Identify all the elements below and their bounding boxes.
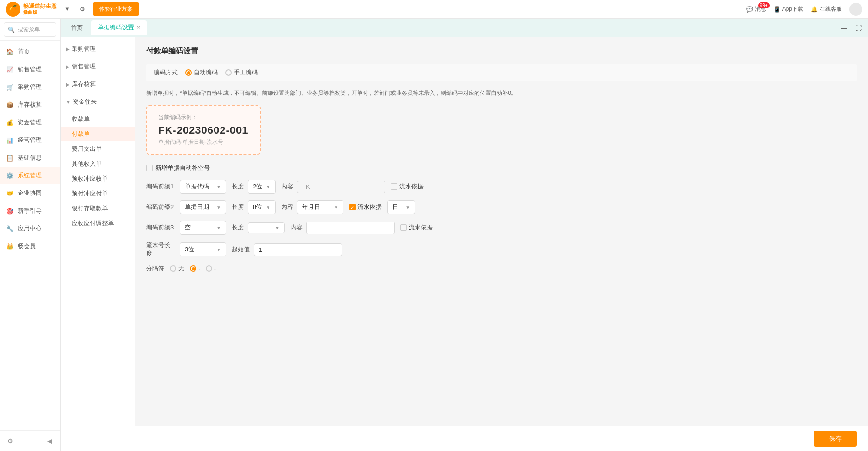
sidebar-item-guide[interactable]: 🎯 新手引导 — [0, 202, 60, 220]
sidebar-item-sales[interactable]: 📈 销售管理 — [0, 61, 60, 78]
sep-dash-option[interactable]: - — [206, 265, 216, 272]
topbar-settings-icon[interactable]: ⚙ — [76, 3, 89, 16]
chevron-right-icon2: ▶ — [66, 64, 70, 69]
prefix3-select[interactable]: 空 ▼ — [180, 221, 226, 235]
sidebar-item-purchase[interactable]: 🛒 采购管理 — [0, 78, 60, 96]
left-nav-receipt[interactable]: 收款单 — [61, 112, 135, 127]
serial3-checkbox[interactable] — [400, 224, 407, 231]
prefix1-content-group: 内容 — [281, 181, 385, 193]
prefix1-select[interactable]: 单据代码 ▼ — [180, 180, 226, 194]
page-content: ▶ 采购管理 ▶ 销售管理 ▶ 库存核算 — [61, 37, 868, 426]
left-nav-capital-title[interactable]: ▼ 资金往来 — [61, 94, 135, 110]
inventory-icon: 📦 — [6, 101, 14, 109]
form-area: 付款单编码设置 编码方式 自动编码 手工编码 新增单据时，*单据编码*自动生成，… — [135, 37, 868, 426]
content2-select[interactable]: 年月日 ▼ — [297, 200, 343, 214]
tab-maximize-icon[interactable]: ⛶ — [853, 22, 864, 34]
tab-close-icon[interactable]: × — [137, 24, 140, 31]
sidebar-item-inventory[interactable]: 📦 库存核算 — [0, 96, 60, 114]
experience-btn[interactable]: 体验行业方案 — [93, 2, 139, 16]
prefix2-chevron: ▼ — [216, 205, 221, 210]
save-button[interactable]: 保存 — [814, 431, 857, 447]
topbar-dropdown[interactable]: ▼ — [61, 4, 74, 14]
left-nav-purchase-title[interactable]: ▶ 采购管理 — [61, 41, 135, 57]
manual-encode-radio[interactable] — [225, 69, 232, 76]
online-service-btn[interactable]: 🔔 在线客服 — [811, 5, 842, 13]
main-layout: 🔍 搜索菜单 🏠 首页 📈 销售管理 🛒 采购管理 📦 库存核算 💰 — [0, 19, 868, 451]
sep-none-radio[interactable] — [170, 265, 176, 272]
left-nav-sales-title[interactable]: ▶ 销售管理 — [61, 59, 135, 74]
prefix2-label: 编码前缀2 — [146, 203, 174, 211]
sep-none-option[interactable]: 无 — [170, 264, 184, 273]
left-nav-expense[interactable]: 费用支出单 — [61, 141, 135, 156]
serial1-checkbox[interactable] — [391, 183, 397, 190]
auto-encode-radio[interactable] — [185, 69, 192, 76]
prefix3-row: 编码前缀3 空 ▼ 长度 ▼ 内容 — [146, 221, 857, 235]
left-nav-ar-ap-adjust[interactable]: 应收应付调整单 — [61, 216, 135, 231]
logo-text: 畅通道好生意 插曲版 — [23, 3, 57, 15]
serial-length-chevron: ▼ — [216, 247, 221, 252]
sep-dash-radio[interactable] — [206, 265, 212, 272]
start-value-group: 起始值 — [232, 243, 342, 256]
left-nav-inventory-title[interactable]: ▶ 库存核算 — [61, 76, 135, 92]
serial2-checkbox[interactable]: ✓ — [349, 204, 356, 210]
logo: 🍊 畅通道好生意 插曲版 — [6, 2, 57, 17]
sep-dot-option[interactable]: · — [190, 265, 200, 272]
serial-length-select[interactable]: 3位 ▼ — [180, 242, 226, 256]
tab-encode-settings[interactable]: 单据编码设置 × — [91, 20, 147, 35]
auto-encode-option[interactable]: 自动编码 — [185, 68, 218, 77]
left-nav-sales: ▶ 销售管理 — [61, 59, 135, 74]
sidebar-collapse-btn[interactable]: ◀ — [43, 434, 56, 447]
encode-mode-row: 编码方式 自动编码 手工编码 — [146, 64, 857, 81]
sidebar-item-finance[interactable]: 💰 资金管理 — [0, 114, 60, 131]
left-nav-prepay-receivable[interactable]: 预收冲应收单 — [61, 171, 135, 186]
left-nav-payment[interactable]: 付款单 — [61, 127, 135, 141]
serial2-unit-select[interactable]: 日 ▼ — [387, 200, 415, 214]
user-avatar[interactable] — [849, 3, 862, 16]
prefix1-length-group: 长度 2位 ▼ — [232, 180, 276, 194]
sidebar-footer: ⚙ ◀ — [0, 430, 60, 451]
content3-input[interactable] — [306, 222, 395, 234]
start-value-input[interactable] — [254, 243, 342, 256]
length3-chevron: ▼ — [275, 225, 280, 230]
search-menu-btn[interactable]: 🔍 搜索菜单 — [4, 22, 56, 37]
code-example-title: 当前编码示例： — [158, 114, 249, 121]
app-download-btn[interactable]: 📱 App下载 — [774, 5, 803, 13]
sep-dot-radio[interactable] — [190, 265, 196, 272]
home-icon: 🏠 — [6, 47, 14, 56]
serial3-checkbox-label[interactable]: 流水依据 — [400, 223, 433, 232]
sidebar-item-basic-info[interactable]: 📋 基础信息 — [0, 149, 60, 167]
prefix1-row: 编码前缀1 单据代码 ▼ 长度 2位 ▼ 内容 — [146, 180, 857, 194]
sidebar-settings-btn[interactable]: ⚙ — [4, 434, 17, 447]
manual-encode-option[interactable]: 手工编码 — [225, 68, 258, 77]
message-btn[interactable]: 💬 消息 99+ — [746, 5, 766, 13]
left-nav-prepay-payable[interactable]: 预付冲应付单 — [61, 186, 135, 201]
content2-chevron: ▼ — [334, 205, 338, 210]
content1-input[interactable] — [297, 181, 385, 193]
sidebar-item-system[interactable]: ⚙️ 系统管理 — [0, 167, 60, 184]
serial2-checkbox-label[interactable]: ✓ 流水依据 — [349, 203, 382, 211]
sidebar-item-apps[interactable]: 🔧 应用中心 — [0, 220, 60, 237]
tab-minimize-icon[interactable]: — — [838, 22, 849, 34]
tab-home[interactable]: 首页 — [64, 21, 89, 35]
sidebar-item-home[interactable]: 🏠 首页 — [0, 43, 60, 61]
length2-select[interactable]: 8位 ▼ — [248, 200, 276, 214]
enterprise-icon: 🤝 — [6, 189, 14, 197]
info-text: 新增单据时，*单据编码*自动生成，不可编辑。前缀设置为部门、业务员等档案类，开单… — [146, 89, 857, 98]
prefix2-select[interactable]: 单据日期 ▼ — [180, 200, 226, 214]
sidebar-item-member[interactable]: 👑 畅会员 — [0, 237, 60, 255]
length1-select[interactable]: 2位 ▼ — [248, 180, 276, 194]
prefix2-row: 编码前缀2 单据日期 ▼ 长度 8位 ▼ 内容 — [146, 200, 857, 214]
length3-select[interactable]: ▼ — [248, 222, 285, 233]
prefix3-content-group: 内容 — [290, 222, 395, 234]
serial1-checkbox-label[interactable]: 流水依据 — [391, 182, 424, 191]
length1-chevron: ▼ — [266, 184, 270, 189]
sidebar-item-enterprise[interactable]: 🤝 企业协同 — [0, 184, 60, 202]
left-nav-bank[interactable]: 银行存取款单 — [61, 201, 135, 216]
member-icon: 👑 — [6, 242, 14, 250]
sidebar-item-operations[interactable]: 📊 经营管理 — [0, 131, 60, 149]
chevron-right-icon3: ▶ — [66, 82, 70, 87]
tab-bar: 首页 单据编码设置 × — ⛶ — [61, 19, 868, 37]
left-nav-other-income[interactable]: 其他收入单 — [61, 156, 135, 171]
auto-fill-checkbox[interactable] — [146, 165, 153, 171]
sidebar: 🔍 搜索菜单 🏠 首页 📈 销售管理 🛒 采购管理 📦 库存核算 💰 — [0, 19, 61, 451]
